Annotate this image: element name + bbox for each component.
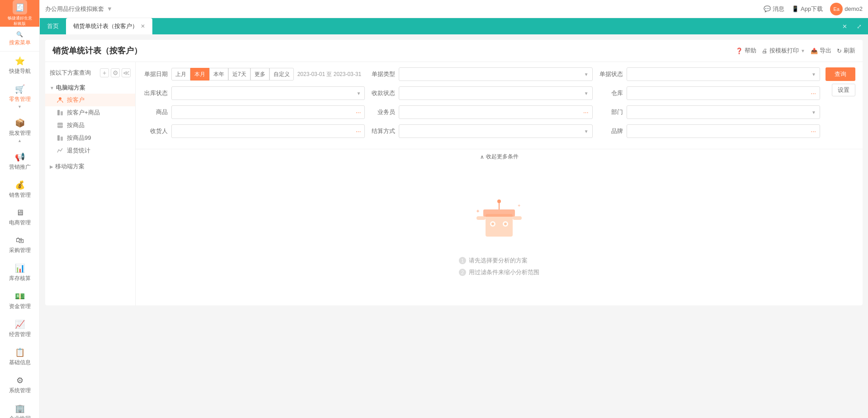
customer-goods-icon [56,109,64,117]
main-area: 办公用品行业模拟账套 ▼ 💬 消息 📱 App下载 Ea demo2 首页 销货… [40,0,868,418]
salesperson-dots-icon: ··· [583,109,589,116]
export-label: 导出 [820,47,831,55]
toggle-icon: ▼ [50,86,54,90]
settlement-select[interactable]: ▼ [399,124,592,138]
sidebar-item-label: 批发管理 [9,129,31,137]
scheme-settings-button[interactable]: ⚙ [111,68,120,77]
svg-point-14 [497,200,501,203]
scheme-group-mobile: ▶ 移动端方案 [45,159,135,174]
query-button[interactable]: 查询 [826,67,855,81]
brand-select[interactable]: ··· [627,124,820,138]
filter-salesperson: 业务员 ··· [370,105,592,119]
scheme-item-by-goods[interactable]: 按商品 [45,119,135,132]
svg-rect-1 [57,110,60,115]
tab-sales-stat[interactable]: 销货单统计表（按客户） ✕ [66,18,152,34]
filter-receiver: 收货人 ··· [143,124,365,138]
out-status-select[interactable]: ▼ [171,86,365,100]
sidebar-item-finance[interactable]: 💵 资金管理 [0,287,39,315]
sidebar-item-inventory[interactable]: 📊 库存核算 [0,259,39,287]
export-button[interactable]: 📤 导出 [811,47,831,55]
sidebar-item-label: 销售管理 [9,191,31,199]
app-download-button[interactable]: 📱 App下载 [792,5,823,13]
basic-icon: 📋 [15,347,25,357]
goods-select[interactable]: ··· [171,105,365,119]
scheme-group-desktop-header[interactable]: ▼ 电脑端方案 [45,82,135,94]
message-button[interactable]: 💬 消息 [764,5,784,13]
scheme-item-return-stats[interactable]: 退货统计 [45,144,135,157]
salesperson-label: 业务员 [370,108,395,116]
svg-text:✦: ✦ [517,203,521,208]
collapse-icon: ∧ [480,154,484,160]
ecommerce-icon: 🖥 [16,208,24,218]
sidebar-item-label: 电商管理 [9,219,31,227]
sidebar-item-system[interactable]: ⚙ 系统管理 [0,371,39,399]
sidebar: 🧾 畅捷通好生意 标账版 🔍 搜索菜单 ⭐ 快捷导航 🛒 零售管理 ▼ 📦 批发… [0,0,40,418]
scheme-group-label: 电脑端方案 [56,84,85,92]
doc-type-select[interactable]: ▼ [399,67,592,81]
date-btn-last7[interactable]: 近7天 [228,68,250,81]
sidebar-item-retail[interactable]: 🛒 零售管理 ▼ [0,80,39,114]
tab-expand-button[interactable]: ⤢ [854,21,864,32]
collapse-bar[interactable]: ∧ 收起更多条件 [136,149,863,164]
doc-status-arrow-icon: ▼ [811,72,816,77]
sidebar-item-wholesale[interactable]: 📦 批发管理 ▲ [0,114,39,147]
user-name: demo2 [844,5,863,12]
scheme-item-goods99[interactable]: 按商品99 [45,132,135,144]
empty-illustration: ✦ ✦ [472,191,526,246]
date-btn-current-year[interactable]: 本年 [209,68,228,81]
tab-bar: 首页 销货单统计表（按客户） ✕ ✕ ⤢ [40,18,868,34]
receiver-label: 收货人 [143,127,168,135]
return-stats-icon [56,147,64,155]
tab-close-all-button[interactable]: ✕ [839,21,850,32]
scheme-group-mobile-header[interactable]: ▶ 移动端方案 [45,161,135,172]
filter-row-1: 单据日期 上月 本月 本年 近7天 更多 [143,67,820,81]
tab-home[interactable]: 首页 [40,18,66,34]
tab-close-icon[interactable]: ✕ [141,23,145,29]
tip-num-1: 1 [459,257,466,264]
receiver-select[interactable]: ··· [171,124,365,138]
marketing-icon: 📢 [15,152,25,162]
sidebar-item-ecommerce[interactable]: 🖥 电商管理 [0,204,39,231]
help-button[interactable]: ❓ 帮助 [736,47,756,55]
date-btn-last-month[interactable]: 上月 [171,68,190,81]
salesperson-select[interactable]: ··· [399,105,592,119]
user-menu[interactable]: Ea demo2 [830,3,863,15]
warehouse-select[interactable]: ··· [627,86,820,100]
sidebar-item-enterprise[interactable]: 🏢 企业协同 [0,399,39,418]
settlement-arrow-icon: ▼ [584,129,589,134]
sidebar-item-label: 经营管理 [9,331,31,338]
refresh-button[interactable]: ↻ 刷新 [837,47,855,55]
refresh-icon: ↻ [837,48,842,54]
filter-date: 单据日期 上月 本月 本年 近7天 更多 [143,68,365,81]
scheme-item-label: 退货统计 [67,147,90,155]
sidebar-item-operation[interactable]: 📈 经营管理 [0,315,39,343]
sidebar-item-label: 采购管理 [9,247,31,254]
filter-warehouse: 仓库 ··· [598,86,820,100]
report-panel: 销货单统计表（按客户） ❓ 帮助 🖨 按模板打印 ▼ 📤 导出 [45,40,863,305]
breadcrumb-dropdown-icon[interactable]: ▼ [107,5,113,12]
scheme-collapse-button[interactable]: ≪ [122,68,131,77]
page-title: 销货单统计表（按客户） [52,45,142,56]
sidebar-item-marketing[interactable]: 📢 营销推广 [0,147,39,176]
filter-row-3: 商品 ··· 业务员 [143,105,820,119]
print-button[interactable]: 🖨 按模板打印 ▼ [762,47,805,55]
svg-rect-15 [476,216,486,220]
sidebar-item-purchase[interactable]: 🛍 采购管理 [0,231,39,259]
scheme-item-label: 按客户 [67,96,85,104]
scheme-item-by-customer[interactable]: 按客户 [45,94,135,106]
scheme-item-customer-goods[interactable]: 按客户+商品 [45,106,135,119]
department-select[interactable]: ▼ [627,105,820,119]
date-btn-current-month[interactable]: 本月 [190,68,209,81]
settings-button[interactable]: 设置 [832,84,855,96]
scheme-add-button[interactable]: + [100,68,109,77]
sidebar-item-basic[interactable]: 📋 基础信息 [0,343,39,371]
date-btn-more[interactable]: 更多 [250,68,269,81]
doc-status-select[interactable]: ▼ [627,67,820,81]
sidebar-item-sales[interactable]: 💰 销售管理 [0,176,39,204]
payment-status-select[interactable]: ▼ [399,86,592,100]
sidebar-item-quick-nav[interactable]: ⭐ 快捷导航 [0,52,39,80]
sidebar-item-search[interactable]: 🔍 搜索菜单 [0,27,39,52]
date-btn-custom[interactable]: 自定义 [269,68,294,81]
app-logo[interactable]: 🧾 畅捷通好生意 标账版 [0,0,40,27]
enterprise-icon: 🏢 [15,404,25,413]
